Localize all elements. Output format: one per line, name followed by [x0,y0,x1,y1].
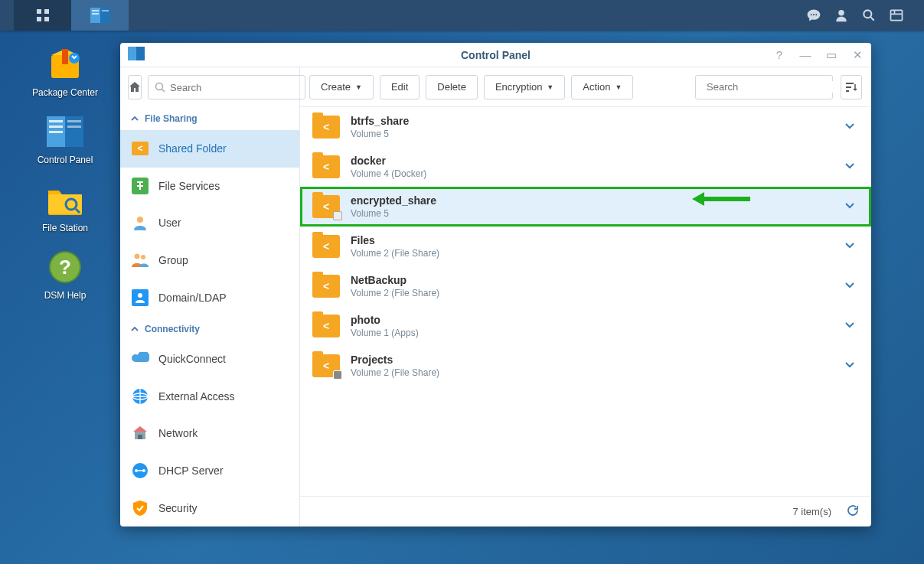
svg-point-32 [156,83,163,90]
sidebar-item-user[interactable]: User [120,204,299,242]
chevron-down-icon: ▼ [355,83,362,91]
home-button[interactable] [128,75,142,99]
search-icon[interactable] [855,0,883,31]
sidebar-section-file-sharing[interactable]: File Sharing [120,106,299,130]
chevron-down-icon[interactable] [844,279,856,295]
svg-rect-7 [92,13,99,15]
folder-row[interactable]: <FilesVolume 2 (File Share) [300,227,871,266]
desktop-icon-label: DSM Help [44,290,87,301]
home-icon [129,81,141,93]
user-icon[interactable] [828,0,855,31]
minimize-icon[interactable]: — [799,48,811,62]
sidebar-item-external-access[interactable]: External Access [120,378,299,416]
folder-row[interactable]: <photoVolume 1 (Apps) [300,306,871,346]
folder-row[interactable]: <NetBackupVolume 2 (File Share) [300,266,871,306]
sidebar-search[interactable] [148,75,305,99]
apps-button[interactable] [14,0,71,31]
search-icon [155,82,165,93]
control-panel-icon [90,8,110,23]
file-services-icon [131,177,149,195]
chevron-down-icon[interactable] [844,318,856,334]
folder-row[interactable]: <btrfs_shareVolume 5 [300,107,871,147]
network-icon [131,424,149,442]
create-button[interactable]: Create▼ [309,75,374,99]
action-button[interactable]: Action▼ [571,75,633,99]
desktop-icon-control-panel[interactable]: Control Panel [31,113,100,165]
shared-folder-icon: < [312,315,340,337]
svg-rect-8 [102,10,109,11]
svg-rect-16 [62,49,68,64]
widgets-icon[interactable] [883,0,910,31]
folder-desc: Volume 5 [351,208,844,219]
sidebar-item-file-services[interactable]: File Services [120,168,299,205]
folder-meta: FilesVolume 2 (File Share) [351,234,844,259]
help-toggle-icon[interactable]: ? [773,48,785,62]
sidebar-item-dhcp-server[interactable]: DHCP Server [120,452,299,490]
svg-point-12 [838,10,844,16]
shared-folder-icon: < [312,235,340,258]
sidebar-item-group[interactable]: Group [120,242,299,279]
folder-name: docker [351,155,844,167]
chevron-down-icon[interactable] [844,239,856,255]
sidebar-top [120,67,299,106]
folder-row[interactable]: <dockerVolume 4 (Docker) [300,147,871,187]
folder-desc: Volume 2 (File Share) [351,248,844,259]
sidebar-search-input[interactable] [170,82,299,93]
sidebar-item-label: File Services [158,180,220,192]
chevron-down-icon: ▼ [615,83,622,91]
folder-meta: dockerVolume 4 (Docker) [351,155,844,179]
sidebar-item-label: Shared Folder [158,142,227,155]
svg-point-47 [142,469,145,472]
folder-row[interactable]: <ProjectsVolume 2 (File Share) [300,346,871,386]
sort-button[interactable] [841,75,862,99]
sidebar-item-network[interactable]: Network [120,415,299,452]
taskbar-app-control-panel[interactable] [71,0,129,31]
svg-point-10 [813,14,815,15]
delete-button[interactable]: Delete [426,75,478,99]
svg-rect-31 [136,47,145,60]
sidebar-item-label: Network [158,427,198,439]
maximize-icon[interactable]: ▭ [825,48,837,62]
svg-point-9 [811,14,812,15]
folder-row[interactable]: <encrypted_shareVolume 5 [300,187,871,227]
folder-list: <btrfs_shareVolume 5<dockerVolume 4 (Doc… [300,107,871,496]
desktop-icon-package-center[interactable]: Package Center [31,46,100,98]
desktop-icon-file-station[interactable]: File Station [31,181,100,233]
chevron-down-icon[interactable] [844,199,856,215]
chat-icon[interactable] [800,0,828,31]
sidebar-item-security[interactable]: Security [120,489,299,527]
desktop-icon-dsm-help[interactable]: ? DSM Help [31,249,100,301]
folder-meta: encrypted_shareVolume 5 [351,194,844,219]
chevron-down-icon[interactable] [844,358,856,374]
titlebar[interactable]: Control Panel ? — ▭ ✕ [120,43,871,67]
sidebar-item-quickconnect[interactable]: QuickConnect [120,341,299,378]
svg-point-37 [135,254,140,259]
encryption-button[interactable]: Encryption▼ [484,75,565,99]
folder-name: photo [351,314,844,326]
sidebar: File Sharing < Shared Folder File Servic… [120,67,300,527]
svg-rect-22 [49,131,63,133]
main-search[interactable] [695,75,833,99]
shared-folder-icon: < [312,354,340,377]
lock-open-icon [333,211,342,220]
shared-folder-icon: < [312,116,340,139]
svg-rect-21 [49,126,63,128]
toolbar: Create▼ Edit Delete Encryption▼ Action▼ [300,67,871,107]
edit-button[interactable]: Edit [380,75,420,99]
main-search-input[interactable] [707,81,835,93]
sidebar-item-domain-ldap[interactable]: Domain/LDAP [120,279,299,316]
sidebar-item-label: User [158,217,181,229]
chevron-down-icon[interactable] [844,159,856,175]
svg-rect-1 [44,9,49,14]
sidebar-item-shared-folder[interactable]: < Shared Folder [120,130,299,168]
folder-meta: NetBackupVolume 2 (File Share) [351,274,844,298]
shared-folder-icon: < [312,195,340,218]
lock-icon [333,370,342,380]
taskbar [0,0,924,31]
help-icon: ? [47,249,83,285]
refresh-button[interactable] [847,504,859,520]
close-icon[interactable]: ✕ [851,48,864,62]
sidebar-section-connectivity[interactable]: Connectivity [120,316,299,341]
chevron-down-icon[interactable] [844,119,856,135]
svg-point-46 [135,469,138,472]
